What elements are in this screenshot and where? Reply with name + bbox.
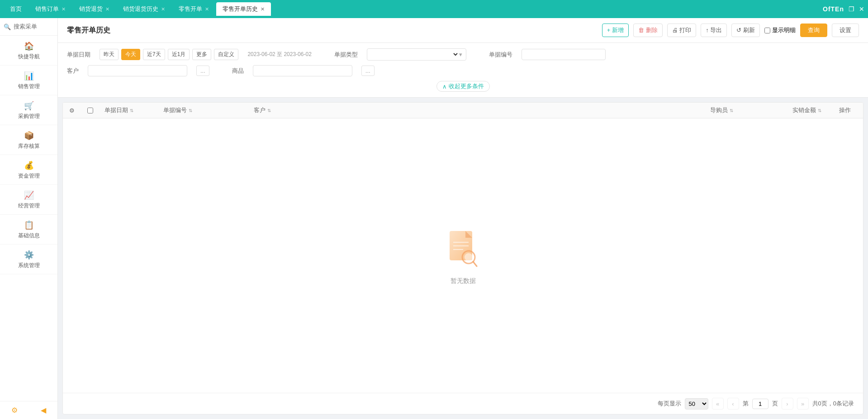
doc-type-select[interactable]	[371, 51, 459, 58]
date-btn-昨天[interactable]: 昨天	[100, 49, 119, 60]
sys-mgmt-icon: ⚙️	[24, 250, 34, 260]
sidebar-item-quick-nav[interactable]: 🏠 快捷导航	[0, 36, 57, 66]
th-sn[interactable]: 单据编号 ⇅	[158, 106, 248, 114]
settings-col-icon: ⚙	[69, 107, 75, 114]
next-page-btn[interactable]: ›	[782, 398, 793, 410]
doc-no-input[interactable]	[522, 49, 606, 60]
settings-icon[interactable]: ⚙	[11, 406, 18, 414]
th-customer[interactable]: 客户 ⇅	[248, 106, 705, 114]
sidebar-item-finance[interactable]: 💰 资金管理	[0, 155, 57, 185]
date-btn-更多[interactable]: 更多	[192, 49, 211, 60]
search-menu[interactable]: 🔍 搜索采单	[0, 18, 57, 36]
page-unit: 页	[772, 400, 778, 408]
last-page-btn[interactable]: »	[797, 398, 809, 410]
close-icon[interactable]: ✕	[859, 5, 864, 13]
empty-text: 暂无数据	[451, 277, 476, 285]
svg-line-7	[473, 262, 477, 266]
sidebar-item-base-info[interactable]: 📋 基础信息	[0, 215, 57, 245]
th-action: 操作	[827, 106, 863, 114]
date-btn-近7天[interactable]: 近7天	[143, 49, 165, 60]
tab-label: 销货退货	[79, 5, 103, 13]
sidebar-item-purchase-mgmt[interactable]: 🛒 采购管理	[0, 95, 57, 125]
delete-button[interactable]: 🗑 删除	[633, 24, 663, 37]
inventory-label: 库存核算	[18, 142, 40, 150]
th-amount[interactable]: 实销金额 ⇅	[773, 106, 827, 114]
product-ellipsis-btn[interactable]: ...	[361, 66, 375, 76]
top-bar: 首页销售订单✕销货退货✕销货退货历史✕零售开单✕零售开单历史✕ OfTEn ❐ …	[0, 0, 868, 18]
tab-bar: 首页销售订单✕销货退货✕销货退货历史✕零售开单✕零售开单历史✕	[4, 2, 823, 16]
page-header: 零售开单历史 + 新增 🗑 删除 🖨 打印 ↑ 导出 ↺ 刷新 显示明细 查询 …	[58, 18, 868, 43]
display-detail-toggle[interactable]: 显示明细	[764, 26, 796, 34]
page-size-select[interactable]: 2050100200	[685, 398, 708, 410]
sort-amount-icon[interactable]: ⇅	[818, 108, 821, 113]
tab-retail-open-history[interactable]: 零售开单历史✕	[216, 2, 271, 16]
sidebar-item-sales-mgmt[interactable]: 📊 销售管理	[0, 66, 57, 95]
sales-mgmt-icon: 📊	[24, 71, 34, 81]
th-checkbox[interactable]	[81, 108, 99, 113]
select-all-checkbox[interactable]	[87, 108, 93, 113]
tab-home[interactable]: 首页	[4, 2, 28, 16]
settings-button[interactable]: 设置	[832, 24, 859, 37]
customer-input[interactable]	[88, 65, 187, 76]
table-header: ⚙ 单据日期 ⇅ 单据编号 ⇅ 客户 ⇅ 导购员	[63, 103, 863, 118]
collapse-icon: ∧	[442, 83, 447, 90]
tab-retail-open[interactable]: 零售开单✕	[172, 2, 215, 16]
search-menu-label: 搜索采单	[14, 23, 37, 31]
operations-label: 经营管理	[18, 202, 40, 210]
refresh-button[interactable]: ↺ 刷新	[731, 24, 760, 37]
quick-nav-icon: 🏠	[24, 41, 34, 51]
current-page-input[interactable]: 1	[752, 399, 768, 409]
customer-ellipsis-btn[interactable]: ...	[196, 66, 209, 76]
prev-page-btn[interactable]: ‹	[727, 398, 739, 410]
sidebar-item-sys-mgmt[interactable]: ⚙️ 系统管理	[0, 245, 57, 274]
sort-customer-icon[interactable]: ⇅	[267, 108, 271, 113]
date-btn-今天[interactable]: 今天	[121, 49, 140, 60]
tab-sales-order[interactable]: 销售订单✕	[29, 2, 72, 16]
first-page-btn[interactable]: «	[712, 398, 724, 410]
collapse-btn[interactable]: ∧ 收起更多条件	[436, 81, 490, 92]
query-button[interactable]: 查询	[800, 24, 827, 37]
sort-date-icon[interactable]: ⇅	[130, 108, 133, 113]
tab-close-icon[interactable]: ✕	[62, 6, 66, 12]
sidebar-item-inventory[interactable]: 📦 库存核算	[0, 125, 57, 155]
tab-close-icon[interactable]: ✕	[161, 6, 165, 12]
display-detail-checkbox[interactable]	[764, 28, 770, 33]
tab-close-icon[interactable]: ✕	[205, 6, 209, 12]
export-button[interactable]: ↑ 导出	[701, 24, 727, 37]
tab-sales-return-history[interactable]: 销货退货历史✕	[117, 2, 171, 16]
top-bar-right: OfTEn ❐ ✕	[823, 5, 864, 13]
add-button[interactable]: + 新增	[602, 24, 629, 37]
finance-icon: 💰	[24, 160, 34, 170]
purchase-mgmt-label: 采购管理	[18, 113, 40, 120]
sort-sn-icon[interactable]: ⇅	[189, 108, 192, 113]
th-date[interactable]: 单据日期 ⇅	[99, 106, 158, 114]
collapse-sidebar-icon[interactable]: ◀	[41, 406, 46, 414]
product-input[interactable]	[253, 65, 352, 76]
tab-label: 销货退货历史	[123, 5, 158, 13]
sidebar-items: 🏠 快捷导航 📊 销售管理 🛒 采购管理 📦 库存核算 💰 资金管理 📈 经营管…	[0, 36, 57, 274]
sort-guide-icon[interactable]: ⇅	[730, 108, 733, 113]
doc-type-select-wrap[interactable]: ▾	[367, 48, 466, 61]
tab-sales-return[interactable]: 销货退货✕	[73, 2, 116, 16]
main-layout: 🔍 搜索采单 🏠 快捷导航 📊 销售管理 🛒 采购管理 📦 库存核算 💰 资金管…	[0, 18, 868, 419]
th-action-label: 操作	[839, 106, 851, 114]
restore-icon[interactable]: ❐	[849, 5, 854, 13]
base-info-icon: 📋	[24, 220, 34, 230]
sidebar-bottom: ⚙ ◀	[0, 401, 57, 419]
tab-close-icon[interactable]: ✕	[105, 6, 109, 12]
th-guide[interactable]: 导购员 ⇅	[705, 106, 773, 114]
th-amount-label: 实销金额	[792, 106, 816, 114]
th-settings[interactable]: ⚙	[63, 107, 81, 114]
customer-label: 客户	[67, 67, 79, 75]
sidebar-item-operations[interactable]: 📈 经营管理	[0, 185, 57, 215]
th-date-label: 单据日期	[104, 106, 128, 114]
date-btn-自定义[interactable]: 自定义	[214, 49, 238, 60]
content-area: 零售开单历史 + 新增 🗑 删除 🖨 打印 ↑ 导出 ↺ 刷新 显示明细 查询 …	[58, 18, 868, 419]
date-btn-近1月[interactable]: 近1月	[168, 49, 190, 60]
finance-label: 资金管理	[18, 172, 40, 180]
filter-row-2: 客户 ... 商品 ...	[67, 65, 859, 76]
date-btn-group: 昨天今天近7天近1月更多自定义	[100, 49, 238, 60]
print-button[interactable]: 🖨 打印	[667, 24, 697, 37]
chevron-down-icon: ▾	[459, 51, 462, 58]
tab-close-icon[interactable]: ✕	[261, 6, 265, 12]
